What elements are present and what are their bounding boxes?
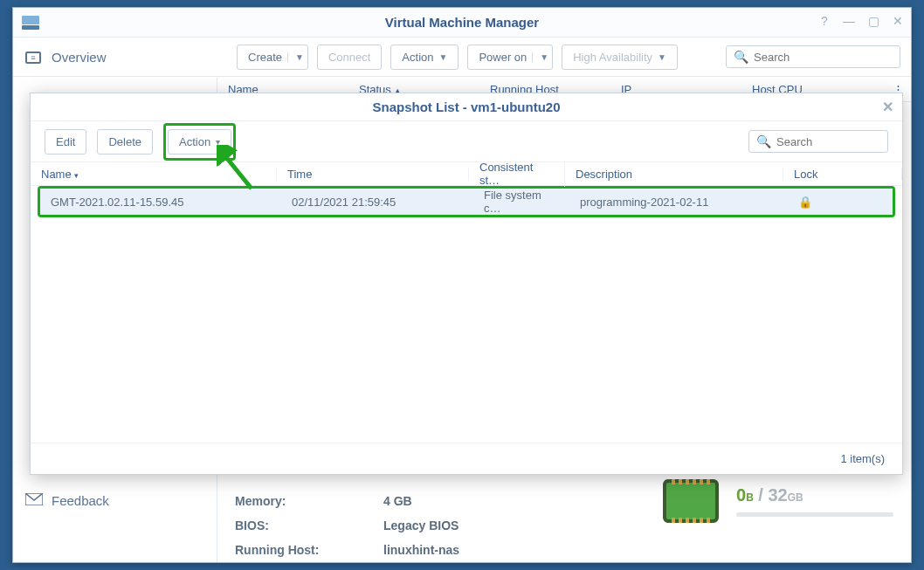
highlight-action: Action ▾ xyxy=(163,123,236,161)
sort-desc-icon: ▾ xyxy=(74,171,79,180)
caret-icon: ▼ xyxy=(439,52,448,62)
caret-icon: ▼ xyxy=(287,52,304,62)
running-host-key: Running Host: xyxy=(235,543,383,557)
action-button[interactable]: Action▼ xyxy=(390,45,459,70)
main-search-input[interactable] xyxy=(754,51,900,64)
overview-icon: ≡ xyxy=(25,52,41,64)
action-label: Action xyxy=(402,51,433,64)
memory-value: 4 GB xyxy=(383,494,412,508)
memory-chip-icon xyxy=(663,479,719,523)
titlebar: Virtual Machine Manager ? — ▢ ✕ xyxy=(13,8,911,38)
dialog-footer: 1 item(s) xyxy=(31,443,902,474)
envelope-icon xyxy=(25,493,43,508)
main-search[interactable]: 🔍 xyxy=(726,45,900,68)
highlight-row: GMT-2021.02.11-15.59.45 02/11/2021 21:59… xyxy=(38,186,895,217)
cell-time: 02/11/2021 21:59:45 xyxy=(281,196,473,209)
svg-rect-0 xyxy=(22,16,39,24)
close-button[interactable]: ✕ xyxy=(890,13,906,29)
sidebar-item-label: Overview xyxy=(52,50,107,65)
memory-bar xyxy=(736,512,893,517)
delete-button[interactable]: Delete xyxy=(97,129,153,155)
action-label: Action xyxy=(179,135,210,148)
create-button[interactable]: Create▼ xyxy=(237,45,308,70)
bios-value: Legacy BIOS xyxy=(383,518,459,532)
dialog-title: Snapshot List - vm1-ubuntu20 ✕ xyxy=(31,93,902,121)
svg-rect-1 xyxy=(22,25,39,30)
cell-consistent: File system c… xyxy=(473,189,569,215)
dialog-search-input[interactable] xyxy=(776,135,923,148)
snapshot-list-dialog: Snapshot List - vm1-ubuntu20 ✕ Edit Dele… xyxy=(30,93,903,475)
app-icon xyxy=(22,16,39,30)
cell-name: GMT-2021.02.11-15.59.45 xyxy=(40,196,281,209)
dialog-close-button[interactable]: ✕ xyxy=(882,99,893,115)
create-label: Create xyxy=(248,51,282,64)
memory-usage-text: 0B / 32GB xyxy=(736,485,893,505)
running-host-value: linuxhint-nas xyxy=(383,543,459,557)
high-availability-button[interactable]: High Availability▼ xyxy=(562,45,678,70)
ha-label: High Availability xyxy=(573,51,652,64)
edit-button[interactable]: Edit xyxy=(45,129,86,155)
col-consistent[interactable]: Consistent st… xyxy=(469,161,565,187)
caret-icon: ▾ xyxy=(216,137,220,147)
sidebar-item-overview[interactable]: ≡ Overview xyxy=(13,39,217,75)
dialog-toolbar: Edit Delete Action ▾ 🔍 xyxy=(31,121,902,161)
search-icon: 🔍 xyxy=(734,50,748,64)
sidebar-item-feedback[interactable]: Feedback xyxy=(25,493,109,508)
app-title: Virtual Machine Manager xyxy=(13,15,911,30)
host-memory-panel: 0B / 32GB xyxy=(663,479,893,523)
minimize-button[interactable]: — xyxy=(841,13,857,29)
caret-icon: ▼ xyxy=(532,52,548,62)
feedback-label: Feedback xyxy=(52,493,109,508)
col-description[interactable]: Description xyxy=(565,168,783,181)
search-icon: 🔍 xyxy=(756,134,771,148)
help-button[interactable]: ? xyxy=(817,13,832,29)
dialog-column-headers: Name▾ Time Consistent st… Description Lo… xyxy=(31,161,902,186)
lock-icon: 🔒 xyxy=(788,196,893,209)
col-lock[interactable]: Lock xyxy=(783,168,902,181)
col-time[interactable]: Time xyxy=(277,168,469,181)
power-on-label: Power on xyxy=(479,51,527,64)
dialog-search[interactable]: 🔍 xyxy=(748,130,888,153)
power-on-button[interactable]: Power on▼ xyxy=(467,45,553,70)
snapshot-action-button[interactable]: Action ▾ xyxy=(168,129,231,155)
snapshot-row[interactable]: GMT-2021.02.11-15.59.45 02/11/2021 21:59… xyxy=(40,189,893,215)
connect-button[interactable]: Connect xyxy=(317,45,382,70)
col-name[interactable]: Name▾ xyxy=(31,168,277,181)
memory-key: Memory: xyxy=(235,494,383,508)
bios-key: BIOS: xyxy=(235,518,383,532)
caret-icon: ▼ xyxy=(658,52,666,62)
cell-description: programming-2021-02-11 xyxy=(569,196,788,209)
maximize-button[interactable]: ▢ xyxy=(865,13,881,29)
